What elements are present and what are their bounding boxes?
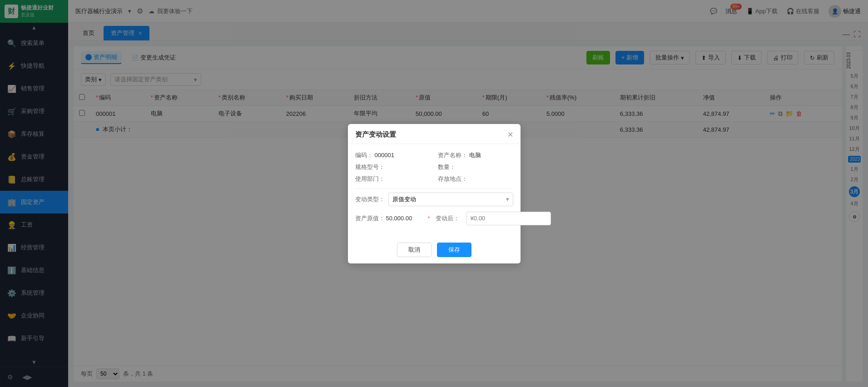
modal-location-label: 存放地点： xyxy=(438,175,467,183)
modal-body: 编码： 000001 资产名称： 电脑 规格型号： 数量： 使用部门： xyxy=(348,144,521,238)
modal-footer: 取消 保存 xyxy=(348,238,521,263)
modal-change-type-row: 变动类型： 原值变动 ▾ xyxy=(355,193,513,206)
modal-title: 资产变动设置 xyxy=(355,130,396,139)
modal-divider xyxy=(355,189,513,189)
modal-quantity-label: 数量： xyxy=(438,163,456,171)
change-type-dropdown-icon: ▾ xyxy=(506,196,509,203)
asset-change-modal: 资产变动设置 ✕ 编码： 000001 资产名称： 电脑 规格型号： 数量： xyxy=(348,124,521,263)
modal-code-value: 000001 xyxy=(375,152,394,159)
modal-original-value-label: 资产原值： xyxy=(355,214,382,223)
modal-department-label: 使用部门： xyxy=(355,175,385,183)
modal-department-item: 使用部门： xyxy=(355,175,431,183)
modal-close-icon[interactable]: ✕ xyxy=(507,130,513,139)
save-button[interactable]: 保存 xyxy=(437,243,471,257)
modal-spec-label: 规格型号： xyxy=(355,163,385,171)
modal-code-label: 编码： xyxy=(355,151,373,159)
modal-name-label: 资产名称： xyxy=(438,151,467,159)
modal-value-row: 资产原值： 50,000.00 * 变动后： xyxy=(355,212,513,225)
modal-quantity-item: 数量： xyxy=(438,163,513,171)
modal-name-item: 资产名称： 电脑 xyxy=(438,151,513,159)
modal-change-type-label: 变动类型： xyxy=(355,195,385,203)
modal-info-grid: 编码： 000001 资产名称： 电脑 规格型号： 数量： 使用部门： xyxy=(355,151,513,183)
modal-original-value: 50,000.00 xyxy=(386,215,422,222)
modal-header: 资产变动设置 ✕ xyxy=(348,124,521,144)
modal-overlay: 资产变动设置 ✕ 编码： 000001 资产名称： 电脑 规格型号： 数量： xyxy=(0,0,868,387)
modal-name-value: 电脑 xyxy=(469,151,481,159)
cancel-button[interactable]: 取消 xyxy=(397,243,432,257)
change-type-value: 原值变动 xyxy=(392,195,416,203)
modal-spec-item: 规格型号： xyxy=(355,163,431,171)
modal-code-item: 编码： 000001 xyxy=(355,151,431,159)
required-marker: * xyxy=(428,215,430,222)
modal-change-type-select[interactable]: 原值变动 ▾ xyxy=(388,193,513,206)
modal-after-input[interactable] xyxy=(466,212,551,225)
modal-after-label: 变动后： xyxy=(436,214,463,223)
modal-location-item: 存放地点： xyxy=(438,175,513,183)
